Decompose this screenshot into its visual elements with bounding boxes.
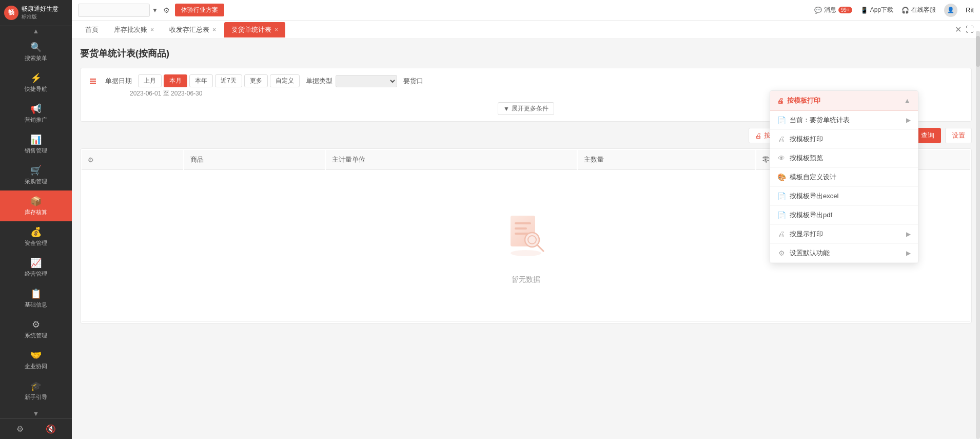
chevron-down-icon: ▼ [503, 105, 509, 112]
filter-expand-icon[interactable] [89, 77, 97, 85]
sidebar-item-search[interactable]: 🔍 搜索菜单 [0, 36, 72, 67]
order-type-filter: 要货口 [403, 77, 423, 86]
sidebar-item-system[interactable]: ⚙ 系统管理 [0, 314, 72, 345]
dropdown-template-preview[interactable]: 👁 按模板预览 [770, 149, 918, 168]
table-settings-icon[interactable]: ⚙ [88, 156, 94, 164]
tab-home-label: 首页 [85, 25, 99, 34]
user-name: Rit [966, 6, 974, 14]
dropdown-display-print[interactable]: 🖨 按显示打印 ▶ [770, 225, 918, 244]
marketing-icon: 📢 [30, 103, 42, 114]
tab-close-all-icon[interactable]: ✕ [955, 25, 962, 34]
dropdown-current-item[interactable]: 📄 当前：要货单统计表 ▶ [770, 111, 918, 130]
online-service-item[interactable]: 🎧 在线客服 [901, 6, 936, 14]
filter-prev-month[interactable]: 上月 [138, 74, 162, 87]
online-service-label: 在线客服 [911, 6, 936, 14]
filter-curr-month[interactable]: 本月 [164, 74, 187, 87]
empty-text: 暂无数据 [512, 275, 540, 284]
sidebar-item-label: 基础信息 [25, 301, 47, 309]
sidebar-item-purchase[interactable]: 🛒 采购管理 [0, 160, 72, 190]
print-dropdown-popup: 🖨 按模板打印 ▲ 📄 当前：要货单统计表 ▶ 🖨 按模板打印 [770, 90, 918, 263]
tab-order-stats[interactable]: 要货单统计表 × [224, 22, 285, 37]
dropdown-header: 🖨 按模板打印 ▲ [770, 91, 918, 111]
filter-more[interactable]: 更多 [244, 74, 268, 87]
sidebar-scroll-down[interactable]: ▼ [0, 408, 72, 418]
app-download-item[interactable]: 📱 App下载 [860, 6, 893, 14]
sidebar-item-sales[interactable]: 📊 销售管理 [0, 129, 72, 160]
tab-order-stats-close[interactable]: × [275, 26, 278, 33]
table-header-product: 商品 [184, 150, 325, 170]
main-area: ▼ ⚙ 体验行业方案 💬 消息 99+ 📱 App下载 🎧 在线客服 [72, 0, 980, 439]
sidebar-item-quicknav[interactable]: ⚡ 快捷导航 [0, 67, 72, 98]
dropdown-title: 🖨 按模板打印 [777, 96, 820, 105]
tab-receivables[interactable]: 收发存汇总表 × [162, 22, 223, 37]
topbar-gear-icon[interactable]: ⚙ [163, 6, 170, 14]
sidebar-item-marketing[interactable]: 📢 营销推广 [0, 98, 72, 129]
scrollbar-thumb [976, 36, 980, 67]
filter-row: 单据日期 上月 本月 本年 近7天 更多 自定义 单据类型 [89, 74, 963, 87]
guide-icon: 🎓 [30, 380, 42, 392]
table-header-unit: 主计量单位 [326, 150, 577, 170]
settings-button[interactable]: 设置 [945, 128, 972, 143]
table-header-settings: ⚙ [82, 150, 183, 170]
filter-custom[interactable]: 自定义 [270, 74, 300, 87]
dropdown-default-func[interactable]: ⚙ 设置默认功能 ▶ [770, 244, 918, 263]
sales-icon: 📊 [30, 134, 42, 145]
right-scrollbar[interactable] [976, 31, 980, 439]
expand-more-button[interactable]: ▼ 展开更多条件 [498, 102, 554, 115]
sidebar-logo: 畅 畅康通好生意 标准版 [0, 0, 72, 26]
topbar-dropdown-button[interactable]: ▼ [152, 7, 158, 14]
tab-batch-label: 库存批次账 [114, 25, 147, 34]
topbar-search-input[interactable] [78, 4, 150, 17]
sidebar-item-inventory[interactable]: 📦 库存核算 [0, 190, 72, 221]
messages-item[interactable]: 💬 消息 99+ [814, 6, 852, 14]
filter-7days[interactable]: 近7天 [215, 74, 242, 87]
default-func-icon: ⚙ [777, 249, 786, 257]
sidebar-item-label: 系统管理 [25, 332, 47, 339]
page-title: 要货单统计表(按商品) [80, 47, 972, 60]
sidebar-item-guide[interactable]: 🎓 新手引导 [0, 375, 72, 406]
sidebar-item-operation[interactable]: 📈 经营管理 [0, 252, 72, 283]
tab-batch-close[interactable]: × [150, 26, 154, 33]
dropdown-close-icon[interactable]: ▲ [904, 97, 911, 105]
tab-batch[interactable]: 库存批次账 × [107, 22, 161, 37]
messages-label: 消息 [824, 6, 836, 14]
mute-icon[interactable]: 🔇 [46, 424, 56, 434]
svg-rect-1 [90, 81, 96, 82]
user-avatar[interactable]: 👤 [944, 4, 957, 17]
settings-bottom-icon[interactable]: ⚙ [16, 424, 24, 434]
topbar: ▼ ⚙ 体验行业方案 💬 消息 99+ 📱 App下载 🎧 在线客服 [72, 0, 980, 21]
sidebar-item-collab[interactable]: 🤝 企业协同 [0, 345, 72, 375]
type-select[interactable] [336, 75, 397, 87]
system-icon: ⚙ [32, 319, 40, 330]
sidebar-bottom: ⚙ 🔇 [0, 418, 72, 439]
svg-rect-0 [90, 79, 96, 80]
filter-curr-year[interactable]: 本年 [189, 74, 213, 87]
tab-home[interactable]: 首页 [78, 22, 106, 37]
trial-button[interactable]: 体验行业方案 [175, 4, 224, 16]
purchase-icon: 🛒 [30, 165, 42, 176]
sidebar-item-label: 新手引导 [25, 393, 47, 401]
dropdown-export-pdf[interactable]: 📄 按模板导出pdf [770, 206, 918, 225]
sidebar-scroll-up[interactable]: ▲ [0, 26, 72, 36]
logo-badge: 标准版 [22, 13, 58, 21]
current-template-icon: 📄 [777, 116, 786, 124]
tab-receivables-close[interactable]: × [212, 26, 216, 33]
date-filter-group: 上月 本月 本年 近7天 更多 自定义 [138, 74, 300, 87]
sidebar-item-label: 采购管理 [25, 178, 47, 185]
sidebar-item-basic[interactable]: 📋 基础信息 [0, 283, 72, 314]
tab-order-stats-label: 要货单统计表 [231, 25, 271, 34]
template-design-icon: 🎨 [777, 173, 786, 181]
basic-icon: 📋 [30, 288, 42, 299]
inventory-icon: 📦 [30, 196, 42, 207]
sidebar-item-finance[interactable]: 💰 资金管理 [0, 221, 72, 252]
tab-maximize-icon[interactable]: ⛶ [966, 25, 974, 34]
dropdown-template-design[interactable]: 🎨 模板自定义设计 [770, 168, 918, 187]
template-preview-icon: 👁 [777, 154, 786, 162]
dropdown-template-print[interactable]: 🖨 按模板打印 [770, 130, 918, 149]
printer-icon: 🖨 [755, 132, 762, 140]
logo-icon: 畅 [4, 6, 18, 20]
operation-icon: 📈 [30, 257, 42, 269]
type-filter: 单据类型 [306, 75, 397, 87]
service-icon: 🎧 [901, 7, 909, 14]
dropdown-export-excel[interactable]: 📄 按模板导出excel [770, 187, 918, 206]
